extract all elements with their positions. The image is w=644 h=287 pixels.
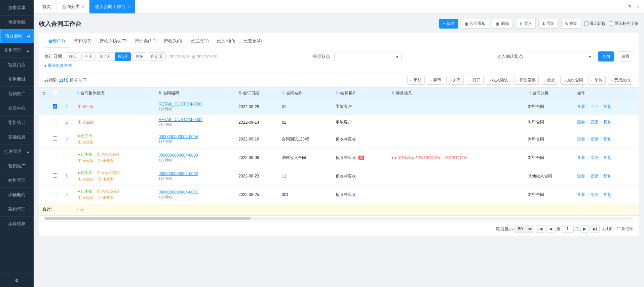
row6-change[interactable]: 变更 xyxy=(590,192,598,198)
abandon-btn[interactable]: ○ 弃审 xyxy=(427,76,444,85)
col-settings[interactable]: ⚙ xyxy=(39,88,49,99)
row5-checkbox[interactable] xyxy=(49,167,61,186)
row2-view[interactable]: 查看 xyxy=(577,119,585,125)
filter-settings-button[interactable]: 设置 xyxy=(618,51,633,62)
sidebar-item-ecommerce[interactable]: 小畅电商 xyxy=(0,188,34,202)
row1-view[interactable]: 查看 xyxy=(577,104,585,110)
filter-tab-pending-review[interactable]: 待审核(2) xyxy=(69,35,96,47)
show-fields-checkbox[interactable]: 显示阶段 xyxy=(584,21,606,27)
tab-window-restore[interactable]: ⊡ xyxy=(626,3,633,10)
sidebar-item-wholesale[interactable]: 批发管理 ▲ xyxy=(0,145,34,159)
page-next-btn[interactable]: ▶ xyxy=(580,225,589,233)
close-contract-btn[interactable]: ○ 关闭 xyxy=(446,76,464,85)
expand-filter-btn[interactable]: ▾ 展开更多条件 xyxy=(44,63,633,69)
filter-tab-pending-payment[interactable]: 待收款(8) xyxy=(160,35,186,47)
income-confirm-btn[interactable]: ○ 收入确认 xyxy=(486,76,511,85)
query-button[interactable]: 查询 xyxy=(598,51,614,62)
date-btn-yesterday[interactable]: 昨天 xyxy=(66,52,80,61)
page-first-btn[interactable]: |◀ xyxy=(536,225,545,233)
row2-contract-link[interactable]: RETAIL_CUSTOM-0001 xyxy=(158,117,202,122)
row4-copy[interactable]: 复制 xyxy=(603,155,611,161)
open-contract-btn[interactable]: ○ 打开 xyxy=(466,76,483,85)
date-btn-more[interactable]: 更多 xyxy=(132,52,146,61)
row5-change[interactable]: 变更 xyxy=(590,173,598,179)
row6-view[interactable]: 查看 xyxy=(577,192,585,198)
scrollbar-thumb[interactable] xyxy=(44,217,251,220)
filter-tab-pending-confirm[interactable]: 待收入确认(7) xyxy=(96,35,131,47)
row4-change[interactable]: 变更 xyxy=(590,155,598,161)
row6-contract-link[interactable]: 0000000000004-0001 xyxy=(158,190,198,195)
import-button[interactable]: ⬆ 导入 xyxy=(516,19,536,29)
tab-contract-category[interactable]: 合同分类 × xyxy=(57,0,89,13)
sidebar-item-mkt-push[interactable]: 营销推广 xyxy=(0,159,34,173)
row4-checkbox[interactable] xyxy=(49,149,61,167)
sales-invoice-btn[interactable]: ○ 销售发票 xyxy=(513,76,539,85)
page-size-select[interactable]: 10 20 50 100 xyxy=(515,225,533,233)
filter-tab-all[interactable]: 全部(11) xyxy=(44,35,69,47)
row6-checkbox[interactable] xyxy=(49,186,61,204)
expense-contract-btn[interactable]: ○ 支出合同 xyxy=(560,76,586,85)
refresh-button[interactable]: ↻ 刷新 xyxy=(561,19,581,29)
tab-close-contract-category[interactable]: × xyxy=(82,5,84,9)
date-btn-custom[interactable]: 自定义 xyxy=(148,52,166,61)
page-last-btn[interactable]: ▶| xyxy=(590,225,600,233)
horizontal-scroll-area[interactable] xyxy=(39,215,639,221)
date-btn-today[interactable]: 今天 xyxy=(81,52,96,61)
date-btn-1month[interactable]: 近1月 xyxy=(115,52,131,61)
row6-copy[interactable]: 复制 xyxy=(603,192,611,198)
horizontal-scrollbar[interactable] xyxy=(44,217,633,220)
sidebar-quick-nav[interactable]: 快捷导航 xyxy=(0,16,34,29)
page-prev-btn[interactable]: ◀ xyxy=(546,225,555,233)
row2-copy[interactable]: 复制 xyxy=(603,119,611,125)
sidebar-item-retail[interactable]: 零售管理 ▲ xyxy=(0,43,34,58)
collect-btn[interactable]: ○ 收款 xyxy=(541,76,558,85)
sidebar-item-member[interactable]: 会员中心 xyxy=(0,101,34,116)
sidebar-item-smart-store[interactable]: 智慧门店 xyxy=(0,58,34,72)
row1-copy[interactable]: 复制 xyxy=(603,104,611,110)
income-confirm-select[interactable]: ▾ xyxy=(527,52,594,61)
row2-checkbox[interactable] xyxy=(49,115,61,130)
sidebar-item-project[interactable]: 项目合同 ◀ xyxy=(0,29,34,43)
row1-checkbox[interactable] xyxy=(49,99,61,115)
row1-contract-link[interactable]: RETAIL_CUSTOM-0003 xyxy=(158,102,202,107)
sidebar-item-online-store[interactable]: 零售商城 xyxy=(0,72,34,87)
filter-tab-changed[interactable]: 已变更(4) xyxy=(239,35,266,47)
doc-status-select[interactable]: ▾ xyxy=(334,52,402,61)
row3-checkbox[interactable] xyxy=(49,130,61,149)
row5-contract-link[interactable]: 0000000000004-0002 xyxy=(158,171,198,176)
column-settings-icon[interactable]: ⚙ xyxy=(42,91,46,96)
purchase-btn[interactable]: ○ 采购 xyxy=(588,76,606,85)
row3-contract-link[interactable]: 0000000000004-0004 xyxy=(158,134,198,139)
sidebar-item-basic-info[interactable]: 基础信息 xyxy=(0,130,34,145)
page-number-input[interactable] xyxy=(562,225,574,233)
tab-home[interactable]: 首页 xyxy=(37,0,57,13)
sidebar-item-purchase[interactable]: 采购管理 xyxy=(0,202,34,217)
date-btn-7days[interactable]: 近7天 xyxy=(97,52,113,61)
row3-view[interactable]: 查看 xyxy=(577,136,585,142)
filter-tab-closed[interactable]: 已关闭(0) xyxy=(213,35,239,47)
expense-out-btn[interactable]: ○ 费用支出 xyxy=(608,76,633,85)
tab-window-close[interactable]: × xyxy=(635,3,641,10)
row2-change[interactable]: 变更 xyxy=(590,119,598,125)
select-all-checkbox[interactable] xyxy=(53,91,57,95)
row3-change[interactable]: 变更 xyxy=(590,136,598,142)
contract-board-button[interactable]: ▦ 合同看板 xyxy=(461,19,489,29)
row5-copy[interactable]: 复制 xyxy=(603,173,611,179)
row3-copy[interactable]: 复制 xyxy=(603,136,611,142)
show-details-checkbox[interactable]: 显示标的明细 xyxy=(609,21,639,27)
export-button[interactable]: ⬇ 导出 xyxy=(538,19,559,29)
sidebar-item-marketing[interactable]: 营销推广 xyxy=(0,87,34,101)
tab-income-contract[interactable]: 收入合同工作台 × xyxy=(89,0,135,13)
row4-contract-link[interactable]: 0000000000004-0003 xyxy=(158,153,198,158)
new-button[interactable]: + 新增 xyxy=(439,19,458,29)
row4-view[interactable]: 查看 xyxy=(577,155,585,161)
sidebar-settings[interactable]: ⚙ xyxy=(0,274,34,287)
sidebar-item-inventory[interactable]: 库存核算 xyxy=(0,217,34,231)
tab-close-income-contract[interactable]: × xyxy=(127,5,129,9)
sidebar-item-retail-stats[interactable]: 零售统计 xyxy=(0,116,34,130)
row5-view[interactable]: 查看 xyxy=(577,173,585,179)
filter-tab-completed[interactable]: 已完成(1) xyxy=(186,35,213,47)
filter-tab-pending-invoice[interactable]: 待开票(11) xyxy=(131,35,160,47)
sidebar-search[interactable]: 搜索菜单 xyxy=(0,0,34,16)
sidebar-item-sales-mgmt[interactable]: 销售管理 xyxy=(0,173,34,188)
